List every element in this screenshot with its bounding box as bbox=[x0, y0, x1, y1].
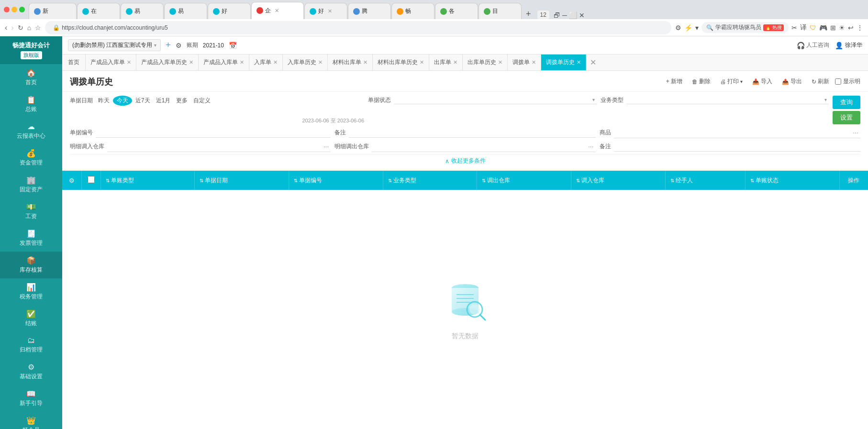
user-info[interactable]: 👤 徐泽华 bbox=[835, 41, 862, 49]
tab-material-out-history-close[interactable]: ✕ bbox=[420, 59, 424, 66]
sidebar-item-archive[interactable]: 🗂 归档管理 bbox=[0, 332, 62, 358]
browser-tab-1[interactable]: 新 bbox=[29, 3, 77, 19]
browser-tab-8[interactable]: 腾 bbox=[348, 3, 391, 19]
th-out-warehouse[interactable]: ⇅ 调出仓库 bbox=[477, 171, 571, 190]
browser-tab-3[interactable]: 易 bbox=[121, 3, 164, 19]
tab-material-out-close[interactable]: ✕ bbox=[363, 59, 367, 66]
sidebar-item-basic[interactable]: ⚙ 基础设置 bbox=[0, 358, 62, 385]
window-close-btn[interactable]: ✕ bbox=[579, 11, 585, 19]
browser-tab-11[interactable]: 目 bbox=[479, 3, 522, 19]
tab-product-in-history[interactable]: 产成品入库单历史 ✕ bbox=[136, 55, 199, 71]
window-restore-btn[interactable]: 🗗 bbox=[554, 11, 560, 19]
date-yesterday-btn[interactable]: 昨天 bbox=[96, 96, 112, 106]
tab-product-in-close[interactable]: ✕ bbox=[127, 59, 131, 66]
add-company-btn[interactable]: + bbox=[166, 40, 171, 50]
sidebar-item-report[interactable]: ☁ 云报表中心 bbox=[0, 118, 62, 144]
status-select[interactable]: ▾ bbox=[394, 96, 596, 104]
show-all-checkbox[interactable] bbox=[835, 78, 841, 85]
tab-transfer-close[interactable]: ✕ bbox=[532, 59, 536, 66]
dropdown-icon[interactable]: ▾ bbox=[695, 24, 699, 32]
tab-in-order-history[interactable]: 入库单历史 ✕ bbox=[283, 55, 328, 71]
date-7days-btn[interactable]: 近7天 bbox=[133, 96, 153, 106]
tab7-close[interactable]: ✕ bbox=[328, 8, 332, 14]
th-doc-status[interactable]: ⇅ 单账状态 bbox=[745, 171, 839, 190]
window-minimize-btn[interactable]: ─ bbox=[562, 11, 567, 19]
tab-transfer[interactable]: 调拨单 ✕ bbox=[508, 55, 541, 71]
forward-btn[interactable]: › bbox=[11, 23, 13, 32]
browser-tab-active[interactable]: 企 ✕ bbox=[251, 2, 304, 19]
browser-tab-2[interactable]: 在 bbox=[77, 3, 120, 19]
menu-icon[interactable]: ⋮ bbox=[857, 24, 863, 32]
tab-in-order[interactable]: 入库单 ✕ bbox=[249, 55, 283, 71]
remark-input[interactable] bbox=[349, 128, 595, 138]
tab-product-in2-close[interactable]: ✕ bbox=[240, 59, 244, 66]
sidebar-item-member[interactable]: 👑 畅会员 bbox=[0, 412, 62, 429]
query-btn[interactable]: 查询 bbox=[833, 96, 860, 109]
th-doc-date[interactable]: ⇅ 单据日期 bbox=[195, 171, 289, 190]
browser-tab-5[interactable]: 好 bbox=[208, 3, 251, 19]
tab-in-order-history-close[interactable]: ✕ bbox=[318, 59, 323, 66]
th-biz-type[interactable]: ⇅ 业务类型 bbox=[383, 171, 477, 190]
tab-home[interactable]: 首页 bbox=[62, 55, 86, 71]
new-record-btn[interactable]: + 新增 bbox=[662, 76, 686, 88]
company-selector[interactable]: (勿删勿禁用) 江西服宝测试专用 ▾ bbox=[68, 39, 161, 51]
tab-active-close[interactable]: ✕ bbox=[275, 8, 279, 14]
search-bar-hint[interactable]: 🔍 学霸应聘场驱鸟员 🔥 热搜 bbox=[701, 22, 789, 33]
sidebar-item-salary[interactable]: 💵 工资 bbox=[0, 198, 62, 225]
export-btn[interactable]: 📤 导出 bbox=[778, 76, 806, 88]
tab-out-order-history[interactable]: 出库单历史 ✕ bbox=[463, 55, 508, 71]
browser-tab-4[interactable]: 易 bbox=[164, 3, 207, 19]
settings-gear-btn[interactable]: ⚙ bbox=[176, 42, 182, 49]
tab-transfer-history-close[interactable]: ✕ bbox=[577, 59, 581, 66]
browser-tab-10[interactable]: 各 bbox=[435, 3, 478, 19]
from-warehouse-input[interactable]: ··· bbox=[107, 141, 331, 152]
tab-product-in[interactable]: 产成品入库单 ✕ bbox=[86, 55, 136, 71]
tab-out-order-history-close[interactable]: ✕ bbox=[498, 59, 502, 66]
tab-material-out-history[interactable]: 材料出库单历史 ✕ bbox=[373, 55, 429, 71]
window-maximize-btn[interactable]: ⬜ bbox=[569, 11, 577, 19]
tab-product-in2[interactable]: 产成品入库单 ✕ bbox=[199, 55, 249, 71]
biztype-select[interactable]: ▾ bbox=[626, 96, 829, 104]
sidebar-logo[interactable]: 畅捷通好会计 旗舰版 bbox=[0, 36, 62, 64]
date-custom-btn[interactable]: 自定义 bbox=[191, 96, 213, 106]
settings-btn[interactable]: 设置 bbox=[833, 111, 860, 124]
reload-btn[interactable]: ↻ bbox=[18, 24, 23, 32]
tab-out-order[interactable]: 出库单 ✕ bbox=[429, 55, 463, 71]
bookmark-btn[interactable]: ☆ bbox=[35, 24, 41, 32]
sidebar-item-closing[interactable]: ✅ 结账 bbox=[0, 305, 62, 332]
note-input[interactable] bbox=[614, 142, 860, 152]
calendar-icon[interactable]: 📅 bbox=[229, 42, 237, 49]
tab-out-order-close[interactable]: ✕ bbox=[453, 59, 457, 66]
goods-input[interactable]: ··· bbox=[614, 127, 860, 138]
sidebar-item-ledger[interactable]: 📋 总账 bbox=[0, 91, 62, 118]
import-btn[interactable]: 📥 导入 bbox=[748, 76, 776, 88]
to-warehouse-input[interactable]: ··· bbox=[372, 141, 595, 152]
th-gear[interactable]: ⚙ bbox=[62, 171, 81, 190]
home-btn[interactable]: ⌂ bbox=[27, 24, 31, 32]
sidebar-item-inventory[interactable]: 📦 库存核算 bbox=[0, 252, 62, 278]
th-handler[interactable]: ⇅ 经手人 bbox=[665, 171, 745, 190]
tab-material-out[interactable]: 材料出库单 ✕ bbox=[328, 55, 373, 71]
browser-tab-7[interactable]: 好 ✕ bbox=[304, 3, 347, 19]
sidebar-item-tax[interactable]: 📊 税务管理 bbox=[0, 278, 62, 305]
th-doc-type[interactable]: ⇅ 单账类型 bbox=[100, 171, 195, 190]
service-btn[interactable]: 🎧 人工咨询 bbox=[797, 41, 829, 49]
sidebar-item-guide[interactable]: 📖 新手引导 bbox=[0, 385, 62, 412]
url-bar[interactable]: 🔒 https://cloud.chanjet.com/accounting/u… bbox=[45, 21, 671, 34]
close-all-tabs-btn[interactable]: ✕ bbox=[586, 58, 600, 67]
new-tab-button[interactable]: + bbox=[522, 9, 535, 19]
date-more-btn[interactable]: 更多 bbox=[174, 96, 190, 106]
date-1month-btn[interactable]: 近1月 bbox=[154, 96, 173, 106]
sidebar-item-fund[interactable]: 💰 资金管理 bbox=[0, 144, 62, 171]
date-today-btn[interactable]: 今天 bbox=[113, 96, 132, 106]
sidebar-item-asset[interactable]: 🏢 固定资产 bbox=[0, 171, 62, 198]
th-in-warehouse[interactable]: ⇅ 调入仓库 bbox=[571, 171, 665, 190]
check-all-input[interactable] bbox=[88, 176, 95, 183]
browser-tab-9[interactable]: 畅 bbox=[391, 3, 434, 19]
sidebar-item-invoice[interactable]: 🧾 发票管理 bbox=[0, 225, 62, 252]
collapse-btn[interactable]: ∧ 收起更多条件 bbox=[439, 155, 491, 166]
back-btn[interactable]: ‹ bbox=[5, 23, 7, 32]
print-btn[interactable]: 🖨 打印 ▾ bbox=[716, 76, 746, 88]
th-check[interactable] bbox=[81, 171, 100, 190]
tab-product-in-history-close[interactable]: ✕ bbox=[189, 59, 193, 66]
